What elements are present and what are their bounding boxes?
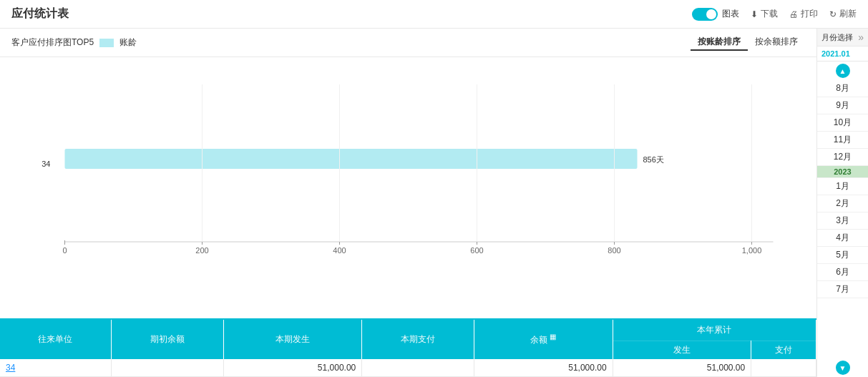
chart-area: 34 856天 0 200 400 600 — [0, 57, 816, 318]
current-pay-cell — [362, 359, 474, 377]
month-item-dec[interactable]: 12月 — [817, 149, 868, 166]
expand-icon[interactable]: » — [858, 31, 864, 43]
svg-text:1,000: 1,000 — [742, 246, 762, 255]
month-item-sep[interactable]: 9月 — [817, 97, 868, 114]
download-button[interactable]: ⬇ 下载 — [751, 8, 778, 20]
col-ytd-occur: 发生 — [613, 341, 751, 360]
month-item-jun[interactable]: 6月 — [817, 264, 868, 281]
month-item-nov[interactable]: 11月 — [817, 132, 868, 149]
table-wrap: 往来单位 期初余额 本期发生 本期支付 余额 ▦ 本年累计 — [0, 320, 816, 377]
table-row: 34 51,000.00 51,000.00 51,000.00 — [0, 359, 816, 377]
refresh-label: 刷新 — [839, 8, 857, 20]
ytd-pay-cell — [751, 359, 816, 377]
print-button[interactable]: 🖨 打印 — [789, 8, 818, 20]
month-item-may[interactable]: 5月 — [817, 247, 868, 264]
month-item-mar[interactable]: 3月 — [817, 212, 868, 230]
month-list: 8月 9月 10月 11月 12月 2023 1月 2月 3月 4月 5月 6月… — [817, 80, 868, 358]
opening-cell — [111, 359, 223, 377]
month-item-apr[interactable]: 4月 — [817, 230, 868, 247]
nav-up-button[interactable]: ▲ — [836, 64, 850, 78]
month-item-oct[interactable]: 10月 — [817, 114, 868, 132]
svg-text:800: 800 — [608, 246, 620, 255]
tab-by-amount[interactable]: 按余额排序 — [748, 34, 805, 51]
sidebar-title: 月份选择 — [821, 32, 853, 43]
legend-color-label: 账龄 — [120, 36, 137, 49]
legend-text: 客户应付排序图TOP5 — [11, 36, 94, 49]
month-item-aug[interactable]: 8月 — [817, 80, 868, 97]
print-icon: 🖨 — [789, 9, 798, 19]
svg-text:34: 34 — [42, 160, 50, 168]
col-balance: 余额 ▦ — [474, 320, 613, 359]
col-unit: 往来单位 — [0, 320, 111, 359]
col-ytd: 本年累计 — [613, 320, 816, 341]
nav-down-button[interactable]: ▼ — [836, 361, 850, 375]
unit-cell[interactable]: 34 — [0, 359, 111, 377]
legend-color-box — [99, 39, 114, 47]
svg-text:600: 600 — [470, 246, 483, 255]
chart-svg: 34 856天 0 200 400 600 — [11, 63, 805, 263]
sidebar-current-date: 2021.01 — [817, 46, 868, 62]
nav-down-wrap[interactable]: ▼ — [817, 358, 868, 377]
nav-up-wrap[interactable]: ▲ — [817, 62, 868, 80]
download-label: 下载 — [761, 8, 778, 20]
svg-text:200: 200 — [195, 246, 208, 255]
col-ytd-pay: 支付 — [751, 341, 816, 360]
current-occur-cell: 51,000.00 — [223, 359, 362, 377]
col-current-occur: 本期发生 — [223, 320, 362, 359]
svg-text:400: 400 — [333, 246, 346, 255]
svg-text:0: 0 — [62, 246, 67, 255]
tab-by-balance[interactable]: 按账龄排序 — [691, 34, 748, 51]
col-current-pay: 本期支付 — [362, 320, 474, 359]
header-actions: 图表 ⬇ 下载 🖨 打印 ↻ 刷新 — [692, 8, 857, 21]
print-label: 打印 — [801, 8, 818, 20]
table-section: 往来单位 期初余额 本期发生 本期支付 余额 ▦ 本年累计 — [0, 318, 816, 377]
page-title: 应付统计表 — [11, 6, 69, 21]
toggle-label: 图表 — [722, 8, 739, 20]
svg-text:856天: 856天 — [643, 155, 664, 164]
download-icon: ⬇ — [751, 9, 758, 19]
ytd-occur-cell: 51,000.00 — [613, 359, 751, 377]
month-item-jan[interactable]: 1月 — [817, 178, 868, 195]
col-opening: 期初余额 — [111, 320, 223, 359]
svg-rect-1 — [65, 149, 638, 169]
balance-cell: 51,000.00 — [474, 359, 613, 377]
month-item-jul[interactable]: 7月 — [817, 281, 868, 298]
chart-legend: 客户应付排序图TOP5 账龄 — [11, 36, 137, 49]
sidebar-header: 月份选择 » — [817, 29, 868, 46]
chart-header: 客户应付排序图TOP5 账龄 按账龄排序 按余额排序 — [0, 29, 816, 57]
year-marker-2023: 2023 — [817, 166, 868, 178]
month-sidebar: 月份选择 » 2021.01 ▲ 8月 9月 10月 11月 12月 2023 … — [816, 29, 868, 377]
chart-toggle[interactable] — [692, 8, 718, 21]
chart-toggle-wrap[interactable]: 图表 — [692, 8, 739, 21]
refresh-button[interactable]: ↻ 刷新 — [829, 8, 857, 20]
summary-table: 往来单位 期初余额 本期发生 本期支付 余额 ▦ 本年累计 — [0, 320, 816, 377]
chart-tabs: 按账龄排序 按余额排序 — [691, 34, 805, 51]
refresh-icon: ↻ — [829, 9, 837, 19]
month-item-feb[interactable]: 2月 — [817, 195, 868, 212]
